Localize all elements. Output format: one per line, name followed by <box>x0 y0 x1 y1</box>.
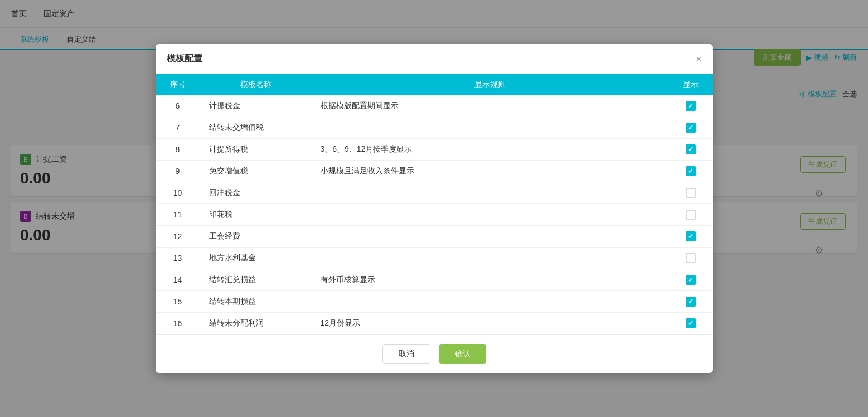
table-row: 11印花税 <box>156 204 713 226</box>
checkbox[interactable] <box>686 166 696 176</box>
cell-id: 13 <box>156 248 200 269</box>
table-scroll-container[interactable]: 序号 模板名称 显示规则 显示 6计提税金根据模版配置期间显示7结转未交增值税8… <box>156 74 713 334</box>
cell-id: 16 <box>156 313 200 334</box>
cell-name: 印花税 <box>200 204 312 226</box>
table-row: 9免交增值税小规模且满足收入条件显示 <box>156 161 713 182</box>
cell-id: 7 <box>156 117 200 139</box>
cell-checkbox <box>668 95 713 117</box>
cell-rule <box>312 182 668 204</box>
col-header-name: 模板名称 <box>200 74 312 95</box>
checkbox[interactable] <box>686 210 696 220</box>
checkbox[interactable] <box>686 318 696 328</box>
cancel-button[interactable]: 取消 <box>382 344 430 364</box>
modal-header: 模板配置 × <box>156 44 713 74</box>
cell-id: 8 <box>156 139 200 161</box>
cell-id: 14 <box>156 269 200 291</box>
cell-id: 12 <box>156 226 200 248</box>
cell-checkbox <box>668 117 713 139</box>
cell-checkbox <box>668 161 713 182</box>
table-header-row: 序号 模板名称 显示规则 显示 <box>156 74 713 95</box>
cell-checkbox <box>668 182 713 204</box>
table-row: 15结转本期损益 <box>156 291 713 313</box>
table-row: 12工会经费 <box>156 226 713 248</box>
cell-rule <box>312 117 668 139</box>
cell-rule: 3、6、9、12月按季度显示 <box>312 139 668 161</box>
cell-rule: 根据模版配置期间显示 <box>312 95 668 117</box>
table-row: 14结转汇兑损益有外币核算显示 <box>156 269 713 291</box>
cell-name: 地方水利基金 <box>200 248 312 269</box>
checkbox[interactable] <box>686 123 696 133</box>
table-body: 6计提税金根据模版配置期间显示7结转未交增值税8计提所得税3、6、9、12月按季… <box>156 95 713 334</box>
cell-name: 回冲税金 <box>200 182 312 204</box>
col-header-display: 显示 <box>668 74 713 95</box>
cell-checkbox <box>668 291 713 313</box>
col-header-rule: 显示规则 <box>312 74 668 95</box>
modal-title: 模板配置 <box>167 53 202 65</box>
cell-name: 结转本期损益 <box>200 291 312 313</box>
cell-checkbox <box>668 269 713 291</box>
modal-footer: 取消 确认 <box>156 334 713 373</box>
table-row: 16结转未分配利润12月份显示 <box>156 313 713 334</box>
cell-rule <box>312 204 668 226</box>
cell-rule <box>312 291 668 313</box>
table-row: 8计提所得税3、6、9、12月按季度显示 <box>156 139 713 161</box>
cell-name: 计提税金 <box>200 95 312 117</box>
cell-rule: 小规模且满足收入条件显示 <box>312 161 668 182</box>
col-header-id: 序号 <box>156 74 200 95</box>
template-config-modal: 模板配置 × 序号 模板名称 显示规则 显示 6计提税金根据模版配置期间显示7结… <box>156 44 713 373</box>
cell-id: 15 <box>156 291 200 313</box>
cell-id: 9 <box>156 161 200 182</box>
cell-name: 结转未分配利润 <box>200 313 312 334</box>
checkbox[interactable] <box>686 253 696 263</box>
cell-id: 6 <box>156 95 200 117</box>
table-row: 13地方水利基金 <box>156 248 713 269</box>
cell-name: 结转汇兑损益 <box>200 269 312 291</box>
cell-rule <box>312 226 668 248</box>
cell-checkbox <box>668 226 713 248</box>
table-row: 10回冲税金 <box>156 182 713 204</box>
checkbox[interactable] <box>686 275 696 285</box>
checkbox[interactable] <box>686 101 696 111</box>
modal-body: 序号 模板名称 显示规则 显示 6计提税金根据模版配置期间显示7结转未交增值税8… <box>156 74 713 334</box>
cell-name: 免交增值税 <box>200 161 312 182</box>
cell-rule: 12月份显示 <box>312 313 668 334</box>
modal-close-button[interactable]: × <box>696 54 702 64</box>
cell-checkbox <box>668 204 713 226</box>
cell-id: 10 <box>156 182 200 204</box>
table-row: 7结转未交增值税 <box>156 117 713 139</box>
cell-checkbox <box>668 139 713 161</box>
cell-rule: 有外币核算显示 <box>312 269 668 291</box>
confirm-button[interactable]: 确认 <box>439 344 486 364</box>
cell-checkbox <box>668 313 713 334</box>
cell-checkbox <box>668 248 713 269</box>
checkbox[interactable] <box>686 297 696 307</box>
cell-name: 计提所得税 <box>200 139 312 161</box>
cell-name: 工会经费 <box>200 226 312 248</box>
checkbox[interactable] <box>686 188 696 198</box>
checkbox[interactable] <box>686 231 696 241</box>
cell-rule <box>312 248 668 269</box>
config-table: 序号 模板名称 显示规则 显示 6计提税金根据模版配置期间显示7结转未交增值税8… <box>156 74 713 334</box>
checkbox[interactable] <box>686 144 696 154</box>
cell-id: 11 <box>156 204 200 226</box>
cell-name: 结转未交增值税 <box>200 117 312 139</box>
table-row: 6计提税金根据模版配置期间显示 <box>156 95 713 117</box>
